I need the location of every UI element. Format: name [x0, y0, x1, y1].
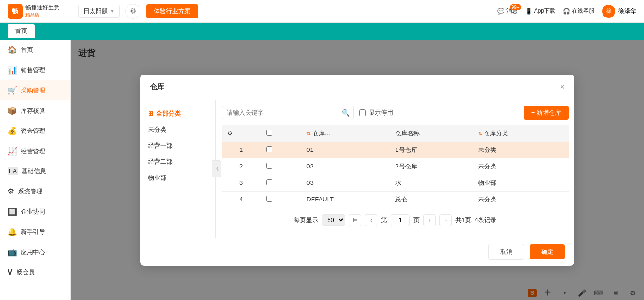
category-item-unclassified[interactable]: 未分类: [140, 122, 215, 138]
th-name: 仓库名称: [389, 125, 472, 142]
search-wrap: 🔍: [222, 106, 354, 119]
sidebar-item-basic-info[interactable]: EA 基础信息: [0, 161, 70, 181]
row-select-checkbox[interactable]: [266, 146, 272, 152]
row-code: 01: [301, 142, 389, 158]
sidebar-item-vip[interactable]: V 畅会员: [0, 262, 70, 282]
last-page-button[interactable]: ⊩: [439, 214, 452, 226]
finance-icon: 💰: [8, 126, 17, 135]
row-name: 水: [389, 175, 472, 191]
row-category: 未分类: [472, 158, 569, 175]
th-code: ⇅ 仓库...: [301, 125, 389, 142]
row-name: 总仓: [389, 191, 472, 208]
notification-bell[interactable]: 💬 消息 99+: [497, 7, 518, 15]
headset-icon: 🎧: [563, 8, 570, 15]
settings-button[interactable]: ⚙: [125, 4, 140, 19]
row-select-checkbox[interactable]: [266, 179, 272, 185]
row-num: 1: [222, 142, 261, 158]
app-center-icon: 📺: [8, 248, 17, 257]
vip-icon: V: [8, 268, 13, 276]
cancel-button[interactable]: 取消: [488, 244, 524, 260]
th-checkbox: [261, 125, 301, 142]
header-middle: 日太阳膜 ▼ ⚙ 体验行业方案: [78, 4, 497, 19]
row-checkbox: [261, 142, 301, 158]
sidebar-item-system[interactable]: ⚙ 系统管理: [0, 181, 70, 201]
table-row[interactable]: 3 03 水 物业部: [222, 175, 569, 191]
row-select-checkbox[interactable]: [266, 196, 272, 202]
sidebar-item-inventory[interactable]: 📦 库存核算: [0, 100, 70, 121]
sidebar-item-purchase[interactable]: 🛒 采购管理: [0, 80, 70, 100]
sidebar-item-app-center[interactable]: 📺 应用中心: [0, 242, 70, 262]
top-header: 畅 畅捷通好生意 精品版 日太阳膜 ▼ ⚙ 体验行业方案 💬 消息 99+ 📱 …: [0, 0, 644, 23]
row-select-checkbox[interactable]: [266, 163, 272, 169]
sidebar-item-enterprise[interactable]: 🔲 企业协同: [0, 201, 70, 222]
basic-info-icon: EA: [8, 167, 18, 175]
enterprise-icon: 🔲: [8, 207, 17, 216]
modal-footer: 取消 确定: [140, 238, 574, 266]
modal-body: ⊞ 全部分类 未分类 经营一部 经营二部 物业部 《: [140, 100, 574, 238]
th-gear: ⚙: [222, 125, 261, 142]
select-all-checkbox[interactable]: [266, 130, 272, 136]
app-download[interactable]: 📱 App下载: [525, 7, 555, 15]
online-service[interactable]: 🎧 在线客服: [563, 7, 594, 15]
row-category: 未分类: [472, 191, 569, 208]
row-num: 4: [222, 191, 261, 208]
logo-area: 畅 畅捷通好生意 精品版: [8, 4, 78, 19]
system-icon: ⚙: [8, 187, 14, 196]
warehouse-modal: 仓库 × ⊞ 全部分类 未分类 经营一部 经营二部 物业部: [140, 75, 574, 266]
table-row[interactable]: 2 02 2号仓库 未分类: [222, 158, 569, 175]
sidebar: 🏠 首页 📊 销售管理 🛒 采购管理 📦 库存核算 💰 资金管理 📈 经营管理 …: [0, 40, 71, 300]
warehouse-table: ⚙ ⇅ 仓库... 仓库名称 ⇅: [222, 125, 569, 208]
logo-icon: 畅: [8, 4, 23, 19]
notification-badge: 99+: [510, 4, 521, 10]
sidebar-item-sales[interactable]: 📊 销售管理: [0, 60, 70, 80]
table-scroll: ⚙ ⇅ 仓库... 仓库名称 ⇅: [222, 125, 569, 208]
download-icon: 📱: [525, 8, 532, 15]
sidebar-item-home[interactable]: 🏠 首页: [0, 40, 70, 60]
add-warehouse-button[interactable]: + 新增仓库: [524, 106, 569, 120]
confirm-button[interactable]: 确定: [530, 244, 565, 259]
row-name: 1号仓库: [389, 142, 472, 158]
first-page-button[interactable]: ⊨: [349, 214, 361, 226]
pagination: 每页显示 50 ⊨ ‹ 第 页 › ⊩ 共1页, 4条记录: [222, 208, 569, 232]
trial-button[interactable]: 体验行业方案: [146, 4, 198, 18]
prev-page-button[interactable]: ‹: [365, 214, 377, 226]
category-item-ops2[interactable]: 经营二部: [140, 154, 215, 170]
category-item-ops1[interactable]: 经营一部: [140, 138, 215, 154]
modal-overlay: 仓库 × ⊞ 全部分类 未分类 经营一部 经营二部 物业部: [71, 40, 644, 300]
row-name: 2号仓库: [389, 158, 472, 175]
sidebar-item-operations[interactable]: 📈 经营管理: [0, 141, 70, 161]
table-row[interactable]: 4 DEFAULT 总仓 未分类: [222, 191, 569, 208]
row-checkbox: [261, 158, 301, 175]
th-category: ⇅ 仓库分类: [472, 125, 569, 142]
grid-icon: ⊞: [148, 110, 153, 117]
row-code: 03: [301, 175, 389, 191]
logo-text: 畅捷通好生意 精品版: [25, 4, 59, 18]
collapse-sidebar-button[interactable]: 《: [212, 160, 221, 177]
modal-header: 仓库 ×: [140, 75, 574, 100]
category-item-property[interactable]: 物业部: [140, 170, 215, 186]
sidebar-item-finance[interactable]: 💰 资金管理: [0, 121, 70, 141]
inventory-icon: 📦: [8, 106, 17, 115]
sidebar-item-guide[interactable]: 🔔 新手引导: [0, 222, 70, 242]
row-category: 物业部: [472, 175, 569, 191]
main-content: 进货 仓库 × ⊞ 全部分类 未分类: [71, 40, 644, 300]
modal-title: 仓库: [150, 83, 164, 92]
next-page-button[interactable]: ›: [423, 214, 436, 226]
search-icon[interactable]: 🔍: [342, 109, 350, 117]
chevron-down-icon: ▼: [110, 8, 115, 14]
table-row[interactable]: 1 01 1号仓库 未分类: [222, 142, 569, 158]
row-checkbox: [261, 175, 301, 191]
modal-close-button[interactable]: ×: [560, 82, 565, 92]
show-disabled-checkbox[interactable]: [359, 109, 366, 116]
per-page-select[interactable]: 50: [322, 214, 345, 226]
sort-icon2: ⇅: [478, 131, 482, 136]
tab-home[interactable]: 首页: [8, 24, 35, 38]
all-categories-item[interactable]: ⊞ 全部分类: [140, 106, 215, 122]
search-input[interactable]: [222, 106, 354, 119]
user-info[interactable]: 徐 徐泽华: [602, 5, 636, 18]
store-selector[interactable]: 日太阳膜 ▼: [78, 5, 120, 18]
page-input[interactable]: [391, 214, 410, 226]
row-checkbox: [261, 191, 301, 208]
sort-icon: ⇅: [306, 131, 311, 136]
nav-tabs: 首页: [0, 23, 644, 40]
